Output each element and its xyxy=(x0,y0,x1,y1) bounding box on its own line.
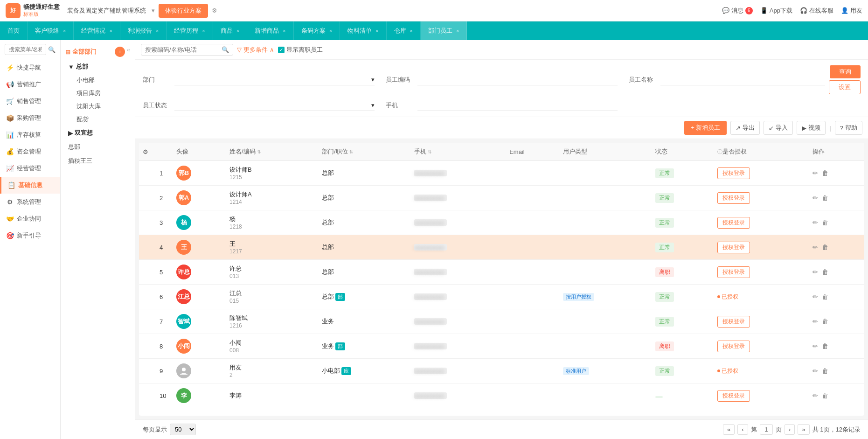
delete-icon[interactable]: 🗑 xyxy=(822,169,828,177)
emp-name-input[interactable] xyxy=(660,74,825,85)
dept-group-label-zongbu[interactable]: ▼ 总部 xyxy=(63,60,135,74)
sort-dept-icon[interactable]: ⇅ xyxy=(349,149,353,154)
close-icon[interactable]: × xyxy=(456,28,459,34)
sort-name-icon[interactable]: ⇅ xyxy=(257,149,261,154)
auth-login-btn[interactable]: 授权登录 xyxy=(717,217,750,229)
help-btn[interactable]: ? 帮助 xyxy=(835,121,862,135)
col-dept-position[interactable]: 部门/职位 ⇅ xyxy=(318,143,410,161)
sidebar-item-system[interactable]: ⚙ 系统管理 xyxy=(0,194,60,210)
import-btn[interactable]: ↙ 导入 xyxy=(764,121,793,135)
tab-process[interactable]: 经营历程 × xyxy=(167,21,213,40)
page-size-select[interactable]: 50 100 xyxy=(170,424,196,435)
close-icon[interactable]: × xyxy=(63,28,66,34)
online-service-btn[interactable]: 🎧 在线客服 xyxy=(800,7,833,15)
edit-icon[interactable]: ✏ xyxy=(812,293,818,300)
prev-page-btn[interactable]: ‹ xyxy=(737,424,748,435)
auth-login-btn[interactable]: 授权登录 xyxy=(717,242,750,253)
tab-barcode[interactable]: 条码方案 × xyxy=(294,21,340,40)
tab-warehouse[interactable]: 仓库 × xyxy=(387,21,421,40)
delete-icon[interactable]: 🗑 xyxy=(822,194,828,202)
auth-login-btn[interactable]: 授权登录 xyxy=(717,316,750,328)
delete-icon[interactable]: 🗑 xyxy=(822,367,828,375)
tab-economy[interactable]: 经营情况 × xyxy=(74,21,120,40)
add-dept-btn[interactable]: + xyxy=(115,47,125,57)
tab-goods[interactable]: 商品 × xyxy=(213,21,247,40)
user-btn[interactable]: 👤 用友 xyxy=(841,7,862,15)
col-phone[interactable]: 手机 ⇅ xyxy=(410,143,506,161)
search-input[interactable] xyxy=(5,44,46,55)
delete-icon[interactable]: 🗑 xyxy=(822,268,828,276)
set-btn[interactable]: 设置 xyxy=(829,80,861,94)
close-icon[interactable]: × xyxy=(202,28,205,34)
app-download-btn[interactable]: 📱 App下载 xyxy=(760,7,792,15)
add-employee-btn[interactable]: + 新增员工 xyxy=(684,121,727,135)
sidebar-item-basic[interactable]: 📋 基础信息 xyxy=(0,177,60,194)
dept-group-label-shuangyixiang[interactable]: ▶ 双宜想 xyxy=(63,126,135,140)
tab-home[interactable]: 首页 xyxy=(0,21,28,40)
sidebar-item-operation[interactable]: 📈 经营管理 xyxy=(0,160,60,177)
close-icon[interactable]: × xyxy=(283,28,285,34)
delete-icon[interactable]: 🗑 xyxy=(822,342,828,350)
edit-icon[interactable]: ✏ xyxy=(812,318,818,325)
dept-select[interactable]: ▾ xyxy=(174,74,375,85)
message-btn[interactable]: 💬 消息 6 xyxy=(722,7,753,15)
close-icon[interactable]: × xyxy=(109,28,112,34)
dept-item-xiaodianbu[interactable]: 小电部 xyxy=(63,74,135,87)
auth-login-btn[interactable]: 授权登录 xyxy=(717,341,750,352)
auth-login-btn[interactable]: 授权登录 xyxy=(717,390,750,402)
close-icon[interactable]: × xyxy=(156,28,159,34)
tab-dept-staff[interactable]: 部门员工 × xyxy=(421,21,467,40)
sidebar-item-finance[interactable]: 💰 资金管理 xyxy=(0,143,60,160)
next-page-btn[interactable]: › xyxy=(785,424,795,435)
tab-profit[interactable]: 利润报告 × xyxy=(120,21,167,40)
edit-icon[interactable]: ✏ xyxy=(812,342,818,350)
dept-item-pusaowangsan[interactable]: 插秧王三 xyxy=(61,154,135,168)
sidebar-item-inventory[interactable]: 📊 库存核算 xyxy=(0,126,60,143)
last-page-btn[interactable]: » xyxy=(798,424,809,435)
phone-input[interactable] xyxy=(417,100,618,111)
edit-icon[interactable]: ✏ xyxy=(812,244,818,251)
dept-item-zongbu2[interactable]: 总部 xyxy=(61,140,135,154)
video-btn[interactable]: ▶ 视频 xyxy=(797,121,826,135)
gear-icon[interactable]: ⚙ xyxy=(212,7,217,14)
tab-customer[interactable]: 客户联络 × xyxy=(28,21,74,40)
delete-icon[interactable]: 🗑 xyxy=(822,244,828,251)
auth-login-btn[interactable]: 授权登录 xyxy=(717,192,750,204)
close-icon[interactable]: × xyxy=(375,28,378,34)
emp-code-input[interactable] xyxy=(417,74,618,85)
delete-icon[interactable]: 🗑 xyxy=(822,392,828,399)
sidebar-item-guide[interactable]: 🎯 新手引导 xyxy=(0,227,60,244)
sort-phone-icon[interactable]: ⇅ xyxy=(428,149,431,154)
experience-btn[interactable]: 体验行业方案 xyxy=(159,4,208,18)
edit-icon[interactable]: ✏ xyxy=(812,169,818,177)
edit-icon[interactable]: ✏ xyxy=(812,219,818,226)
edit-icon[interactable]: ✏ xyxy=(812,194,818,202)
edit-icon[interactable]: ✏ xyxy=(812,392,818,399)
dept-item-peihuo[interactable]: 配货 xyxy=(63,113,135,126)
dept-item-xiangmucu[interactable]: 项目库房 xyxy=(63,87,135,100)
emp-status-select[interactable]: ▾ xyxy=(174,100,375,111)
close-icon[interactable]: × xyxy=(236,28,239,34)
sidebar-item-sales[interactable]: 🛒 销售管理 xyxy=(0,93,60,110)
auth-login-btn[interactable]: 授权登录 xyxy=(717,167,750,179)
edit-icon[interactable]: ✏ xyxy=(812,268,818,276)
close-icon[interactable]: × xyxy=(410,28,413,34)
export-btn[interactable]: ↗ 导出 xyxy=(730,121,760,135)
edit-icon[interactable]: ✏ xyxy=(812,367,818,375)
col-name-code[interactable]: 姓名/编码 ⇅ xyxy=(226,143,318,161)
collapse-icon[interactable]: « xyxy=(127,47,130,57)
more-filter-btn[interactable]: ▽ 更多条件 ∧ xyxy=(237,46,274,54)
delete-icon[interactable]: 🗑 xyxy=(822,318,828,325)
sidebar-item-enterprise[interactable]: 🤝 企业协同 xyxy=(0,210,60,227)
tab-new-goods[interactable]: 新增商品 × xyxy=(247,21,293,40)
col-settings[interactable]: ⚙ xyxy=(139,143,156,161)
dept-item-shenyangdashu[interactable]: 沈阳大库 xyxy=(63,100,135,113)
tab-material[interactable]: 物料清单 × xyxy=(340,21,386,40)
search-emp-input[interactable] xyxy=(145,46,220,53)
first-page-btn[interactable]: « xyxy=(723,424,735,435)
close-icon[interactable]: × xyxy=(329,28,332,34)
sidebar-item-quick-nav[interactable]: ⚡ 快捷导航 xyxy=(0,59,60,76)
auth-login-btn[interactable]: 授权登录 xyxy=(717,266,750,278)
sidebar-item-purchase[interactable]: 📦 采购管理 xyxy=(0,110,60,126)
query-btn[interactable]: 查询 xyxy=(830,65,861,78)
